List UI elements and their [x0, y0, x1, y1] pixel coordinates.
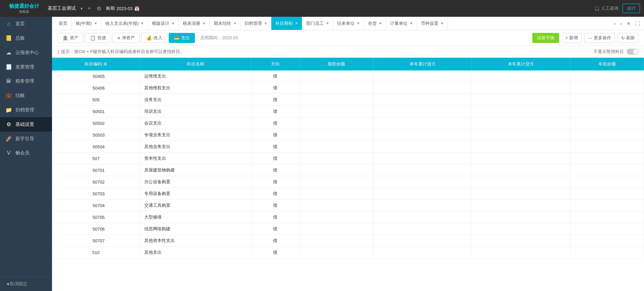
cell-ytd-credit — [472, 106, 570, 117]
table-row[interactable]: 50406 其他维权支出 借 — [52, 82, 644, 94]
sidebar-item-结账[interactable]: 💼结账 — [0, 88, 52, 103]
filter-tab-净资产[interactable]: ≡净资产 — [112, 33, 140, 43]
gear-icon[interactable]: ⚙ — [103, 61, 107, 66]
filter-tab-icon: ≡ — [117, 35, 120, 41]
tab-收入支出表(年报)[interactable]: 收入支出表(年报)✕ — [101, 17, 148, 30]
tab-label: 计量单位 — [390, 20, 408, 27]
tab-税表清册[interactable]: 税表清册✕ — [179, 17, 210, 30]
calendar-icon[interactable]: 📅 — [134, 6, 140, 11]
sidebar-item-新手引导[interactable]: 🚀新手引导 — [0, 132, 52, 146]
sidebar-item-税务管理[interactable]: 🏛税务管理 — [0, 74, 52, 88]
table-row[interactable]: 505 业务支出 借 — [52, 94, 644, 106]
refresh-button[interactable]: ↻ 刷新 — [618, 33, 639, 43]
tab-close-icon[interactable]: ✕ — [172, 21, 174, 25]
tab-close-icon[interactable]: ✕ — [295, 21, 298, 25]
tab-close-icon[interactable]: ✕ — [379, 21, 382, 25]
tab-归档管理[interactable]: 归档管理✕ — [240, 17, 271, 30]
filter-tab-收入[interactable]: 💰收入 — [141, 33, 167, 43]
table-row[interactable]: 50707 其他资本性支出 借 — [52, 235, 644, 247]
tab-label: 收入支出表(年报) — [105, 20, 139, 27]
filter-tab-资产[interactable]: 🏦资产 — [57, 33, 84, 43]
account-button[interactable]: 会计 — [623, 4, 640, 13]
cell-ytd-credit — [472, 211, 570, 223]
sidebar-item-归档管理[interactable]: 📁归档管理 — [0, 103, 52, 117]
table-row[interactable]: 50405 运维维支出 借 — [52, 70, 644, 82]
tab-close-icon[interactable]: ✕ — [94, 21, 97, 25]
cell-direction: 借 — [251, 82, 300, 94]
tab-币种设置[interactable]: 币种设置✕ — [417, 17, 448, 30]
table-row[interactable]: 50702 办公设备购置 借 — [52, 176, 644, 188]
tab-close-icon[interactable]: ✕ — [326, 21, 329, 25]
tab-close-icon[interactable]: ✕ — [233, 21, 236, 25]
tab-模版设计[interactable]: 模版设计✕ — [148, 17, 179, 30]
cell-direction: 借 — [251, 106, 300, 117]
tab-存货[interactable]: 存货✕ — [364, 17, 386, 30]
project-dropdown-icon[interactable]: ▾ — [80, 6, 83, 11]
more-button[interactable]: ⋯ 更多操作 — [584, 33, 615, 43]
trial-balance-button[interactable]: 试算平衡 — [532, 33, 559, 43]
tab-计量单位[interactable]: 计量单位✕ — [386, 17, 417, 30]
cell-year-opening — [570, 211, 644, 223]
table-row[interactable]: 50706 信息网络购建 借 — [52, 223, 644, 235]
add-button[interactable]: + 新增 — [562, 33, 582, 43]
filter-tab-支出[interactable]: 💳支出 — [169, 33, 195, 43]
table-row[interactable]: 50503 专项业务支出 借 — [52, 129, 644, 141]
filter-tabs-row: 🏦资产📋负债≡净资产💰收入💳支出 启用期间：2023.03 试算平衡 + 新增 … — [52, 30, 644, 46]
cell-ytd-debit — [373, 223, 472, 235]
tab-close-icon[interactable]: ✕ — [203, 21, 205, 25]
period-value: 2023-03 — [116, 6, 132, 11]
sidebar-collapse[interactable]: ◄取消固定 — [0, 277, 52, 291]
sidebar-item-畅会员[interactable]: V畅会员 — [0, 146, 52, 160]
tab-首页[interactable]: 首页 — [55, 17, 72, 30]
tab-close-icon[interactable]: ✕ — [264, 21, 267, 25]
cell-ytd-credit — [472, 129, 570, 141]
sidebar-item-发票管理[interactable]: 🧾发票管理 — [0, 60, 52, 74]
cell-ytd-debit — [373, 141, 472, 153]
table-row[interactable]: 50504 其他业务支出 借 — [52, 141, 644, 153]
cell-year-opening — [570, 141, 644, 153]
close-all-tabs[interactable]: ✕ — [625, 19, 632, 28]
customer-service[interactable]: 🎧 人工咨询 — [594, 5, 619, 11]
table-row[interactable]: 50705 大型修缮 借 — [52, 211, 644, 223]
layout: ⌂首页📒总账☁云报表中心🧾发票管理🏛税务管理💼结账📁归档管理⚙基础设置🚀新手引导… — [0, 17, 644, 291]
cell-direction: 借 — [251, 211, 300, 223]
table-row[interactable]: 50701 房屋建筑物购建 借 — [52, 164, 644, 176]
tab-科目期初[interactable]: 科目期初✕ — [271, 17, 302, 30]
table-row[interactable]: 50502 会议支出 借 — [52, 117, 644, 129]
tab-账(中期)[interactable]: 账(中期)✕ — [72, 17, 101, 30]
sidebar-item-总账[interactable]: 📒总账 — [0, 31, 52, 45]
cell-ytd-credit — [472, 70, 570, 82]
sidebar-item-基础设置[interactable]: ⚙基础设置 — [0, 117, 52, 132]
tab-close-icon[interactable]: ✕ — [410, 21, 413, 25]
table-row[interactable]: 510 其他支出 借 — [52, 247, 644, 258]
tab-label: 存货 — [368, 20, 377, 27]
tab-close-icon[interactable]: ✕ — [141, 21, 144, 25]
tab-部门员工[interactable]: 部门员工✕ — [302, 17, 333, 30]
table-row[interactable]: 507 资本性支出 借 — [52, 153, 644, 164]
table-row[interactable]: 50704 交通工具购置 借 — [52, 200, 644, 211]
cell-ytd-debit — [373, 153, 472, 164]
cell-opening — [300, 235, 373, 247]
expand-button[interactable]: ⛶ — [634, 19, 641, 28]
tab-scroll-right[interactable]: › — [619, 19, 623, 28]
settings-icon[interactable]: ⚙ — [95, 4, 103, 13]
sidebar-item-首页[interactable]: ⌂首页 — [0, 17, 52, 31]
cell-opening — [300, 176, 373, 188]
sidebar-icon-归档管理: 📁 — [5, 107, 12, 113]
more-icon: ⋯ — [588, 36, 592, 41]
toggle-switch[interactable] — [627, 49, 639, 55]
add-tab-button[interactable]: + — [86, 4, 92, 13]
table-row[interactable]: 50703 专用设备购置 借 — [52, 188, 644, 200]
tab-scroll-left[interactable]: ‹ — [613, 19, 617, 28]
toggle-knob — [633, 49, 638, 54]
tab-close-icon[interactable]: ✕ — [357, 21, 360, 25]
table-row[interactable]: 50501 培训支出 借 — [52, 106, 644, 117]
sidebar-item-云报表中心[interactable]: ☁云报表中心 — [0, 45, 52, 60]
col-ytd-debit: 本年累计借方 — [373, 58, 472, 70]
filter-tab-负债[interactable]: 📋负债 — [85, 33, 111, 43]
tab-期末结转[interactable]: 期末结转✕ — [210, 17, 240, 30]
cell-direction: 借 — [251, 117, 300, 129]
tab-close-icon[interactable]: ✕ — [441, 21, 443, 25]
cell-direction: 借 — [251, 94, 300, 106]
tab-往来单位[interactable]: 往来单位✕ — [333, 17, 364, 30]
